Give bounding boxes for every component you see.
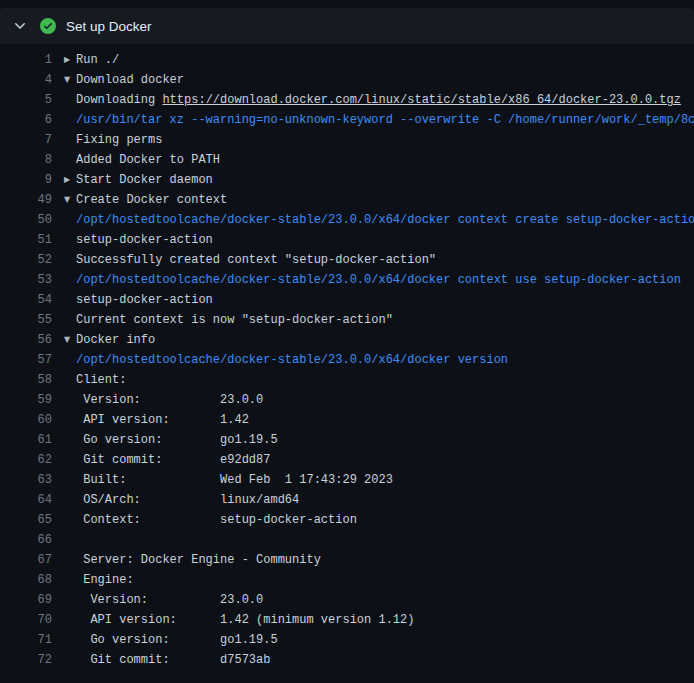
marker-spacer [52, 350, 76, 370]
line-number[interactable]: 62 [0, 450, 52, 470]
marker-spacer [52, 270, 76, 290]
log-group-line[interactable]: 9▶Start Docker daemon [0, 170, 694, 190]
marker-spacer [52, 530, 76, 550]
log-text: Downloading [76, 93, 162, 107]
log-line: 70 API version: 1.42 (minimum version 1.… [0, 610, 694, 630]
marker-spacer [52, 450, 76, 470]
line-number[interactable]: 70 [0, 610, 52, 630]
log-group-line[interactable]: 1▶Run ./ [0, 50, 694, 70]
line-number[interactable]: 71 [0, 630, 52, 650]
line-number[interactable]: 54 [0, 290, 52, 310]
line-number[interactable]: 4 [0, 70, 52, 90]
log-group-line[interactable]: 56▼Docker info [0, 330, 694, 350]
log-line: 53/opt/hostedtoolcache/docker-stable/23.… [0, 270, 694, 290]
line-number[interactable]: 5 [0, 90, 52, 110]
line-number[interactable]: 58 [0, 370, 52, 390]
marker-spacer [52, 290, 76, 310]
line-number[interactable]: 72 [0, 650, 52, 670]
line-number[interactable]: 53 [0, 270, 52, 290]
log-text: Go version: go1.19.5 [76, 630, 694, 650]
line-number[interactable]: 51 [0, 230, 52, 250]
group-expanded-icon[interactable]: ▼ [52, 70, 76, 90]
line-number[interactable]: 55 [0, 310, 52, 330]
log-text: Git commit: d7573ab [76, 650, 694, 670]
group-collapsed-icon[interactable]: ▶ [52, 50, 76, 70]
marker-spacer [52, 150, 76, 170]
line-number[interactable]: 1 [0, 50, 52, 70]
log-text: Server: Docker Engine - Community [76, 550, 694, 570]
log-line: 69 Version: 23.0.0 [0, 590, 694, 610]
command-text: /opt/hostedtoolcache/docker-stable/23.0.… [76, 210, 694, 230]
marker-spacer [52, 610, 76, 630]
log-text: Engine: [76, 570, 694, 590]
log-line: 7Fixing perms [0, 130, 694, 150]
marker-spacer [52, 590, 76, 610]
log-text: API version: 1.42 (minimum version 1.12) [76, 610, 694, 630]
log-line: 66 [0, 530, 694, 550]
line-number[interactable]: 63 [0, 470, 52, 490]
step-header[interactable]: Set up Docker [0, 8, 694, 44]
line-number[interactable]: 61 [0, 430, 52, 450]
line-number[interactable]: 8 [0, 150, 52, 170]
log-group-line[interactable]: 49▼Create Docker context [0, 190, 694, 210]
line-number[interactable]: 56 [0, 330, 52, 350]
log-line: 50/opt/hostedtoolcache/docker-stable/23.… [0, 210, 694, 230]
log-text: Download docker [76, 70, 694, 90]
marker-spacer [52, 130, 76, 150]
line-number[interactable]: 60 [0, 410, 52, 430]
log-line: 68 Engine: [0, 570, 694, 590]
marker-spacer [52, 470, 76, 490]
line-number[interactable]: 50 [0, 210, 52, 230]
log-text: setup-docker-action [76, 230, 694, 250]
log-line: 60 API version: 1.42 [0, 410, 694, 430]
line-number[interactable]: 59 [0, 390, 52, 410]
log-line: 65 Context: setup-docker-action [0, 510, 694, 530]
line-number[interactable]: 52 [0, 250, 52, 270]
line-number[interactable]: 65 [0, 510, 52, 530]
group-expanded-icon[interactable]: ▼ [52, 330, 76, 350]
log-text: Client: [76, 370, 694, 390]
line-number[interactable]: 49 [0, 190, 52, 210]
log-text: Start Docker daemon [76, 170, 694, 190]
log-line: 72 Git commit: d7573ab [0, 650, 694, 670]
log-text: Downloading https://download.docker.com/… [76, 90, 694, 110]
log-text: Context: setup-docker-action [76, 510, 694, 530]
line-number[interactable]: 6 [0, 110, 52, 130]
check-circle-icon [40, 18, 56, 34]
log-text: Git commit: e92dd87 [76, 450, 694, 470]
log-text: Fixing perms [76, 130, 694, 150]
log-text: Added Docker to PATH [76, 150, 694, 170]
log-line: 67 Server: Docker Engine - Community [0, 550, 694, 570]
log-text: Create Docker context [76, 190, 694, 210]
log-viewer: Set up Docker 1▶Run ./4▼Download docker5… [0, 0, 694, 683]
line-number[interactable]: 64 [0, 490, 52, 510]
chevron-down-icon[interactable] [12, 18, 28, 34]
log-text: Go version: go1.19.5 [76, 430, 694, 450]
log-group-line[interactable]: 4▼Download docker [0, 70, 694, 90]
log-text: Built: Wed Feb 1 17:43:29 2023 [76, 470, 694, 490]
line-number[interactable]: 57 [0, 350, 52, 370]
log-line: 8Added Docker to PATH [0, 150, 694, 170]
line-number[interactable]: 7 [0, 130, 52, 150]
line-number[interactable]: 69 [0, 590, 52, 610]
line-number[interactable]: 66 [0, 530, 52, 550]
log-lines: 1▶Run ./4▼Download docker5Downloading ht… [0, 44, 694, 670]
line-number[interactable]: 67 [0, 550, 52, 570]
log-line: 59 Version: 23.0.0 [0, 390, 694, 410]
log-line: 58Client: [0, 370, 694, 390]
log-link[interactable]: https://download.docker.com/linux/static… [162, 93, 680, 107]
command-text: /opt/hostedtoolcache/docker-stable/23.0.… [76, 270, 694, 290]
marker-spacer [52, 650, 76, 670]
marker-spacer [52, 230, 76, 250]
log-line: 55Current context is now "setup-docker-a… [0, 310, 694, 330]
line-number[interactable]: 68 [0, 570, 52, 590]
marker-spacer [52, 110, 76, 130]
group-collapsed-icon[interactable]: ▶ [52, 170, 76, 190]
command-text: /usr/bin/tar xz --warning=no-unknown-key… [76, 110, 694, 130]
command-text: /opt/hostedtoolcache/docker-stable/23.0.… [76, 350, 694, 370]
log-line: 6/usr/bin/tar xz --warning=no-unknown-ke… [0, 110, 694, 130]
line-number[interactable]: 9 [0, 170, 52, 190]
log-line: 51setup-docker-action [0, 230, 694, 250]
group-expanded-icon[interactable]: ▼ [52, 190, 76, 210]
log-line: 63 Built: Wed Feb 1 17:43:29 2023 [0, 470, 694, 490]
